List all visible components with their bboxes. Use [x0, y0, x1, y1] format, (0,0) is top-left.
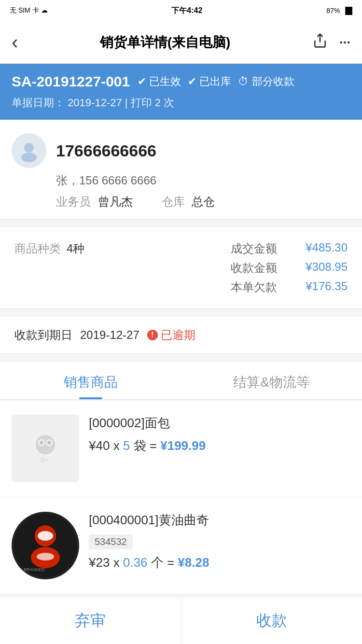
share-icon[interactable] [312, 33, 328, 52]
tab-sales[interactable]: 销售商品 [0, 362, 181, 399]
badge-effective: ✔ 已生效 [138, 74, 181, 89]
badge-shipped: ✔ 已出库 [188, 74, 231, 89]
stat-label-0: 成交金额 [231, 241, 277, 256]
stat-label-1: 收款金额 [231, 260, 277, 276]
due-label: 收款到期日 [14, 327, 72, 343]
status-left: 无 SIM 卡 ☁ [10, 6, 48, 15]
cancel-button[interactable]: 弃审 [0, 597, 181, 644]
product-item: 鸟+ [0000002]面包 ¥40 x 5 袋 = ¥199.99 [0, 400, 362, 497]
stats-amounts: 成交金额 ¥485.30 收款金额 ¥308.95 本单欠款 ¥176.35 [231, 241, 348, 295]
overdue-icon: ! [147, 330, 158, 340]
product-thumb-2: BRANDED [12, 512, 79, 579]
tab-settlement[interactable]: 结算&物流等 [181, 362, 362, 399]
product-thumb-1: 鸟+ [12, 415, 79, 482]
due-date: 2019-12-27 [80, 328, 139, 342]
salesperson-label: 业务员 [56, 195, 91, 208]
salesperson-value: 曾凡杰 [98, 195, 133, 208]
stat-val-1: ¥308.95 [285, 260, 348, 276]
customer-id[interactable]: 17666666666 [56, 141, 156, 160]
svg-text:BRANDED: BRANDED [24, 567, 45, 572]
order-header: SA-20191227-001 ✔ 已生效 ✔ 已出库 ⏱ 部分收款 单据日期：… [0, 64, 362, 120]
svg-point-12 [37, 553, 54, 560]
due-section: 收款到期日 2019-12-27 ! 已逾期 [0, 317, 362, 354]
product-item-2: BRANDED [000400001]黄油曲奇 534532 ¥23 x 0.3… [0, 497, 362, 594]
product-name-1: [0000002]面包 [89, 415, 350, 432]
avatar [12, 133, 46, 168]
tabs-section: 销售商品 结算&物流等 [0, 362, 362, 400]
customer-section: 17666666666 张，156 6666 6666 业务员 曾凡杰 仓库 总… [0, 120, 362, 220]
stats-section: 商品种类 4种 成交金额 ¥485.30 收款金额 ¥308.95 本单欠款 ¥… [0, 227, 362, 309]
back-button[interactable]: ‹ [12, 31, 18, 53]
product-name-2: [000400001]黄油曲奇 [89, 512, 350, 529]
product-price-2: ¥23 x 0.36 个 = ¥8.28 [89, 554, 350, 571]
svg-point-11 [38, 531, 53, 541]
sim-text: 无 SIM 卡 ☁ [10, 6, 48, 15]
product-info-1: [0000002]面包 ¥40 x 5 袋 = ¥199.99 [89, 415, 350, 454]
status-bar: 无 SIM 卡 ☁ 下午4:42 87% ▐█ [0, 0, 362, 21]
status-right: 87% ▐█ [326, 7, 352, 14]
more-icon[interactable]: ··· [339, 35, 350, 50]
svg-point-5 [40, 441, 43, 445]
confirm-button[interactable]: 收款 [181, 597, 362, 644]
customer-contact: 张，156 6666 6666 [12, 173, 350, 188]
svg-point-1 [21, 153, 37, 162]
product-price-1: ¥40 x 5 袋 = ¥199.99 [89, 437, 350, 454]
overdue-badge: ! 已逾期 [147, 327, 195, 343]
stat-label-2: 本单欠款 [231, 280, 277, 295]
order-badges: ✔ 已生效 ✔ 已出库 ⏱ 部分收款 [138, 74, 294, 89]
stat-val-2: ¥176.35 [285, 280, 348, 295]
page-title: 销货单详情(来自电脑) [100, 33, 231, 52]
product-info-2: [000400001]黄油曲奇 534532 ¥23 x 0.36 个 = ¥8… [89, 512, 350, 571]
svg-point-6 [47, 441, 51, 445]
warehouse-value: 总仓 [192, 195, 215, 208]
product-batch: 534532 [89, 534, 133, 549]
warehouse-label: 仓库 [162, 195, 185, 208]
battery-text: 87% [326, 7, 340, 14]
nav-actions: ··· [312, 33, 350, 52]
stat-val-0: ¥485.30 [285, 241, 348, 256]
customer-meta: 业务员 曾凡杰 仓库 总仓 [12, 194, 350, 210]
kind-value: 4种 [67, 241, 84, 256]
svg-point-2 [36, 435, 55, 454]
kind-label: 商品种类 [14, 241, 61, 256]
status-time: 下午4:42 [171, 6, 202, 16]
svg-point-0 [24, 143, 34, 153]
overdue-text: 已逾期 [161, 327, 195, 343]
badge-partial: ⏱ 部分收款 [238, 74, 294, 89]
svg-text:鸟+: 鸟+ [40, 457, 49, 463]
order-id: SA-20191227-001 [12, 73, 130, 90]
battery-icon: ▐█ [343, 7, 352, 14]
order-meta: 单据日期： 2019-12-27 | 打印 2 次 [12, 96, 350, 110]
bottom-bar: 弃审 收款 [0, 597, 362, 644]
nav-bar: ‹ 销货单详情(来自电脑) ··· [0, 21, 362, 64]
products-section: 鸟+ [0000002]面包 ¥40 x 5 袋 = ¥199.99 [0, 400, 362, 594]
